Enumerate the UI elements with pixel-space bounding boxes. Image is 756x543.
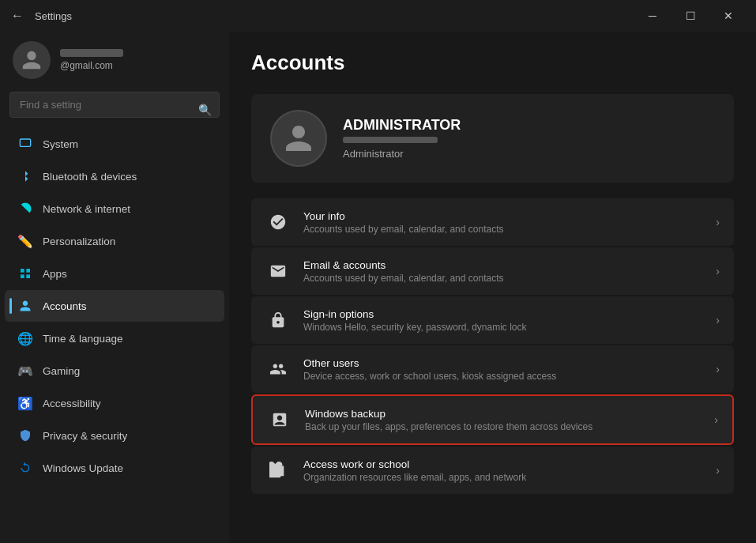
user-icon	[21, 49, 43, 71]
profile-name: ADMINISTRATOR	[343, 117, 461, 134]
time-icon: 🌐	[17, 330, 33, 346]
search-input[interactable]	[9, 92, 220, 118]
settings-item-email-accounts[interactable]: Email & accounts Accounts used by email,…	[251, 247, 734, 295]
page-title: Accounts	[251, 51, 734, 75]
settings-item-text: Access work or school Organization resou…	[303, 458, 526, 483]
chevron-right-icon: ›	[716, 216, 720, 228]
settings-item-title: Sign-in options	[303, 308, 527, 320]
app-body: @gmail.com 🔍 System Bluetooth & devices	[0, 32, 756, 543]
settings-item-title: Other users	[303, 357, 556, 369]
settings-item-left: Sign-in options Windows Hello, security …	[265, 307, 527, 333]
sidebar-item-label: System	[43, 138, 78, 150]
minimize-button[interactable]: ─	[634, 3, 671, 28]
user-profile[interactable]: @gmail.com	[0, 32, 229, 92]
search-icon: 🔍	[198, 104, 212, 116]
maximize-button[interactable]: ☐	[672, 3, 709, 28]
sidebar-item-accessibility[interactable]: ♿ Accessibility	[5, 387, 224, 419]
sidebar-item-label: Network & internet	[43, 203, 130, 215]
sidebar-item-label: Gaming	[43, 365, 80, 377]
settings-item-title: Access work or school	[303, 458, 526, 470]
app-title: Settings	[35, 10, 72, 22]
sidebar: @gmail.com 🔍 System Bluetooth & devices	[0, 32, 229, 543]
settings-item-left: Email & accounts Accounts used by email,…	[265, 258, 503, 284]
avatar	[13, 41, 51, 79]
profile-avatar	[270, 110, 327, 167]
sidebar-item-label: Personalization	[43, 236, 115, 247]
user-info: @gmail.com	[60, 49, 123, 71]
sidebar-item-time[interactable]: 🌐 Time & language	[5, 322, 224, 354]
settings-item-text: Your info Accounts used by email, calend…	[303, 210, 503, 235]
settings-item-title: Your info	[303, 210, 503, 222]
sidebar-item-label: Privacy & security	[43, 430, 127, 442]
apps-icon	[17, 266, 33, 281]
email-accounts-icon	[265, 258, 291, 284]
sidebar-item-gaming[interactable]: 🎮 Gaming	[5, 355, 224, 387]
svg-rect-2	[26, 269, 30, 273]
sidebar-item-label: Accessibility	[43, 398, 101, 409]
profile-info: ADMINISTRATOR Administrator	[343, 117, 461, 160]
close-button[interactable]: ✕	[710, 3, 747, 28]
sidebar-item-network[interactable]: Network & internet	[5, 193, 224, 224]
profile-role-redacted	[343, 137, 438, 143]
access-work-icon	[265, 458, 291, 483]
back-button[interactable]: ←	[6, 5, 28, 27]
sign-in-icon	[265, 307, 291, 333]
sidebar-item-bluetooth[interactable]: Bluetooth & devices	[5, 160, 224, 192]
sidebar-item-apps[interactable]: Apps	[5, 258, 224, 289]
sidebar-item-label: Time & language	[43, 333, 123, 345]
svg-rect-1	[21, 269, 24, 273]
title-bar-controls: ─ ☐ ✕	[634, 3, 747, 28]
settings-item-desc: Device access, work or school users, kio…	[303, 371, 556, 382]
svg-rect-0	[20, 139, 30, 146]
bluetooth-icon	[17, 168, 33, 184]
sidebar-item-label: Apps	[43, 268, 67, 280]
chevron-right-icon: ›	[716, 464, 720, 477]
user-email: @gmail.com	[60, 60, 123, 71]
settings-item-text: Email & accounts Accounts used by email,…	[303, 259, 503, 284]
sidebar-item-accounts[interactable]: Accounts	[5, 290, 224, 322]
profile-role: Administrator	[343, 148, 461, 160]
profile-card: ADMINISTRATOR Administrator	[251, 94, 734, 183]
settings-item-text: Sign-in options Windows Hello, security …	[303, 308, 527, 333]
network-icon	[17, 201, 33, 217]
settings-item-desc: Back up your files, apps, preferences to…	[305, 421, 592, 432]
settings-item-left: Other users Device access, work or schoo…	[265, 356, 556, 382]
main-content: Accounts ADMINISTRATOR Administrator	[229, 32, 756, 543]
title-bar-left: ← Settings	[6, 5, 72, 27]
settings-item-desc: Windows Hello, security key, password, d…	[303, 322, 527, 333]
settings-item-your-info[interactable]: Your info Accounts used by email, calend…	[251, 198, 734, 246]
nav-list: System Bluetooth & devices Network & int…	[0, 127, 229, 485]
accounts-icon	[17, 298, 33, 314]
svg-rect-3	[21, 274, 24, 278]
sidebar-item-windowsupdate[interactable]: Windows Update	[5, 452, 224, 484]
personalization-icon: ✏️	[17, 233, 33, 249]
settings-item-title: Windows backup	[305, 408, 592, 420]
other-users-icon	[265, 356, 291, 382]
settings-item-access-work[interactable]: Access work or school Organization resou…	[251, 447, 734, 494]
title-bar: ← Settings ─ ☐ ✕	[0, 0, 756, 32]
sidebar-item-system[interactable]: System	[5, 128, 224, 160]
gaming-icon: 🎮	[17, 363, 33, 379]
settings-item-sign-in[interactable]: Sign-in options Windows Hello, security …	[251, 296, 734, 344]
sidebar-item-label: Windows Update	[43, 462, 123, 474]
profile-user-icon	[283, 123, 314, 154]
sidebar-item-label: Bluetooth & devices	[43, 171, 137, 183]
chevron-right-icon: ›	[716, 265, 720, 277]
settings-item-desc: Accounts used by email, calendar, and co…	[303, 273, 503, 284]
svg-rect-4	[26, 274, 30, 278]
sidebar-item-personalization[interactable]: ✏️ Personalization	[5, 225, 224, 257]
chevron-right-icon: ›	[714, 413, 718, 426]
sidebar-item-privacy[interactable]: Privacy & security	[5, 420, 224, 451]
chevron-right-icon: ›	[716, 314, 720, 326]
settings-item-windows-backup[interactable]: Windows backup Back up your files, apps,…	[251, 394, 734, 445]
privacy-icon	[17, 428, 33, 443]
settings-item-text: Windows backup Back up your files, apps,…	[305, 408, 592, 432]
settings-item-other-users[interactable]: Other users Device access, work or schoo…	[251, 345, 734, 393]
settings-item-title: Email & accounts	[303, 259, 503, 271]
accessibility-icon: ♿	[17, 395, 33, 411]
chevron-right-icon: ›	[716, 363, 720, 375]
settings-item-text: Other users Device access, work or schoo…	[303, 357, 556, 382]
settings-list: Your info Accounts used by email, calend…	[251, 198, 734, 494]
windowsupdate-icon	[17, 460, 33, 476]
windows-backup-icon	[267, 407, 292, 432]
